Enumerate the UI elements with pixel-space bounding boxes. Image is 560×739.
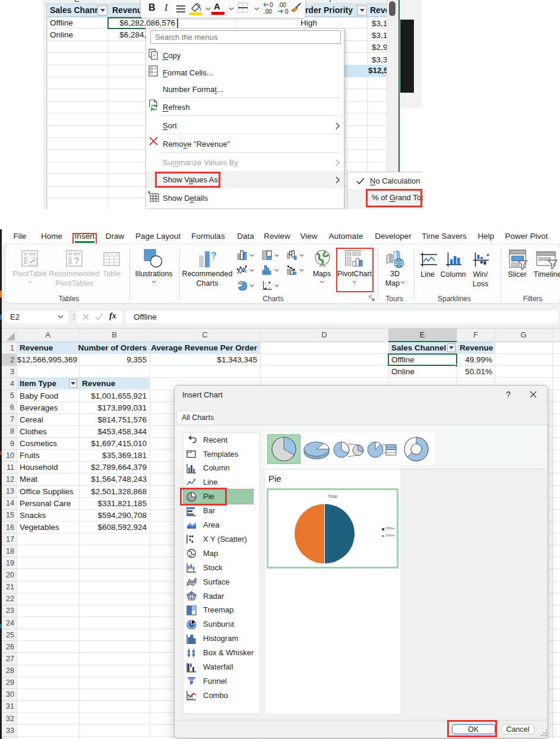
svg-text:.00: .00: [278, 2, 286, 8]
svg-text:?: ?: [211, 251, 217, 261]
svg-text:.00: .00: [264, 8, 272, 15]
svg-text:0: 0: [285, 8, 289, 15]
svg-text:?: ?: [74, 256, 80, 266]
svg-text:0: 0: [270, 2, 273, 8]
